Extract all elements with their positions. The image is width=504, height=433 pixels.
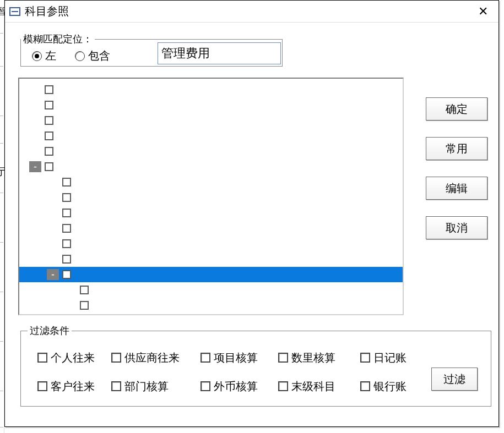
cancel-button[interactable]: 取消 <box>426 216 487 239</box>
checkbox-icon[interactable] <box>278 381 288 391</box>
checkbox-icon[interactable] <box>37 353 47 363</box>
tree-row[interactable] <box>19 174 403 190</box>
filter-quantity[interactable]: 数里核算 <box>278 350 335 365</box>
tree-checkbox[interactable] <box>62 239 71 248</box>
radio-left[interactable] <box>32 51 42 61</box>
tree-checkbox[interactable] <box>62 224 71 233</box>
tree-checkbox[interactable] <box>45 131 53 140</box>
filter-button[interactable]: 过滤 <box>431 368 478 391</box>
tree-row[interactable] <box>19 221 403 236</box>
tree-row[interactable]: - <box>19 267 403 282</box>
filter-project[interactable]: 项目核算 <box>200 350 258 365</box>
tree-row[interactable] <box>19 251 403 267</box>
tree-checkbox[interactable] <box>80 286 89 294</box>
filter-department[interactable]: 部门核算 <box>111 379 169 394</box>
dialog-title: 科目参照 <box>25 4 69 19</box>
fuzzy-match-group: 模糊匹配定位： 左 包含 <box>20 32 283 67</box>
tree-checkbox[interactable] <box>45 162 53 171</box>
tree-row[interactable] <box>19 205 403 221</box>
radio-left-label[interactable]: 左 <box>45 48 56 63</box>
filter-foreign[interactable]: 外币核算 <box>200 379 258 394</box>
checkbox-icon[interactable] <box>200 353 210 363</box>
tree-checkbox[interactable] <box>45 147 53 156</box>
tree-row[interactable] <box>19 144 403 159</box>
expander-icon[interactable]: - <box>47 269 59 280</box>
fuzzy-match-legend: 模糊匹配定位： <box>21 32 95 46</box>
background-window-edge: 智 亍 <box>0 0 4 433</box>
tree-row[interactable] <box>19 190 403 205</box>
filter-supplier[interactable]: 供应商往来 <box>111 350 180 365</box>
dialog-content: 模糊匹配定位： 左 包含 -- 确定 常用 编辑 取消 过滤条件 个人往来 供应… <box>9 23 494 422</box>
tree-checkbox[interactable] <box>62 255 71 264</box>
edit-button[interactable]: 编辑 <box>426 177 487 200</box>
tree-checkbox[interactable] <box>62 209 71 217</box>
tree-row[interactable] <box>19 282 403 298</box>
tree-checkbox[interactable] <box>80 301 89 310</box>
radio-contains-label[interactable]: 包含 <box>88 48 110 63</box>
tree-row[interactable] <box>19 113 403 128</box>
tree-row[interactable] <box>19 298 403 313</box>
close-button[interactable]: ✕ <box>472 4 494 19</box>
filter-legend: 过滤条件 <box>28 324 72 337</box>
filter-leaf[interactable]: 末级科目 <box>278 379 335 394</box>
app-icon <box>9 7 20 16</box>
checkbox-icon[interactable] <box>111 381 121 391</box>
checkbox-icon[interactable] <box>111 353 121 363</box>
filter-group: 过滤条件 个人往来 供应商往来 项目核算 数里核算 日记账 客户往来 部门核算 … <box>20 324 491 407</box>
filter-personal[interactable]: 个人往来 <box>37 350 95 365</box>
search-input[interactable] <box>158 42 281 64</box>
checkbox-icon[interactable] <box>200 381 210 391</box>
tree-row[interactable] <box>19 236 403 251</box>
checkbox-icon[interactable] <box>278 353 288 363</box>
tree-checkbox[interactable] <box>45 116 53 125</box>
subject-reference-dialog: 科目参照 ✕ 模糊匹配定位： 左 包含 -- 确定 常用 编辑 取消 过滤条件 <box>4 0 499 427</box>
tree-row[interactable] <box>19 82 403 97</box>
tree-row[interactable] <box>19 128 403 144</box>
titlebar: 科目参照 ✕ <box>5 1 498 23</box>
fuzzy-match-row: 左 包含 <box>21 46 282 66</box>
checkbox-icon[interactable] <box>37 381 47 391</box>
ok-button[interactable]: 确定 <box>426 97 487 120</box>
tree-checkbox[interactable] <box>45 85 53 94</box>
checkbox-icon[interactable] <box>360 381 370 391</box>
common-button[interactable]: 常用 <box>426 137 487 160</box>
side-buttons: 确定 常用 编辑 取消 <box>426 97 487 239</box>
filter-customer[interactable]: 客户往来 <box>37 379 95 394</box>
tree-checkbox[interactable] <box>62 193 71 202</box>
checkbox-icon[interactable] <box>360 353 370 363</box>
expander-icon[interactable]: - <box>29 161 41 172</box>
tree-checkbox[interactable] <box>62 178 71 187</box>
tree-checkbox[interactable] <box>62 270 71 279</box>
subject-tree[interactable]: -- <box>18 78 404 315</box>
tree-row[interactable] <box>19 97 403 113</box>
filter-bank[interactable]: 银行账 <box>360 379 407 394</box>
radio-contains[interactable] <box>75 51 85 61</box>
filter-journal[interactable]: 日记账 <box>360 350 407 365</box>
tree-checkbox[interactable] <box>45 101 53 109</box>
tree-row[interactable]: - <box>19 159 403 174</box>
